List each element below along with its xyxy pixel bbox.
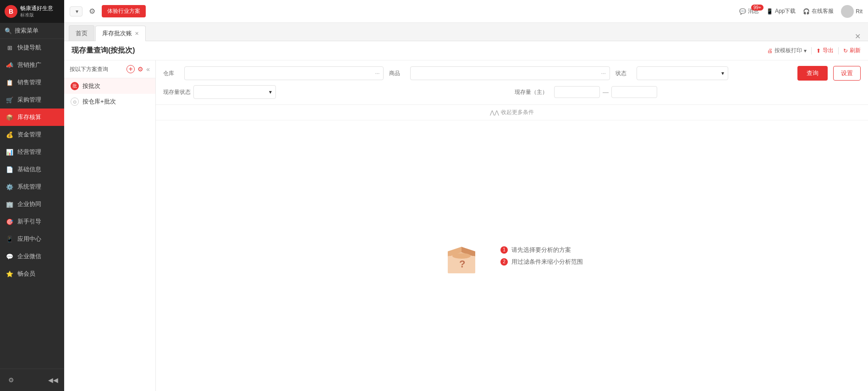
sidebar-collapse-button[interactable]: ◀◀ bbox=[47, 374, 60, 386]
product-label: 商品 bbox=[389, 70, 407, 77]
print-button[interactable]: 🖨 按模板打印 ▾ bbox=[767, 47, 807, 54]
member-icon: ⭐ bbox=[5, 270, 14, 278]
right-panel: 仓库 ··· 商品 ··· 状态 bbox=[156, 60, 868, 391]
inventory-amount-range: — bbox=[554, 86, 861, 98]
sidebar-settings-button[interactable]: ⚙ bbox=[5, 374, 17, 386]
divider bbox=[811, 47, 812, 54]
sidebar-item-inventory[interactable]: 📦 库存核算 bbox=[0, 109, 64, 126]
sidebar-item-purchase[interactable]: 🛒 采购管理 bbox=[0, 91, 64, 109]
sidebar-item-finance[interactable]: 💰 资金管理 bbox=[0, 126, 64, 143]
message-icon: 💬 bbox=[739, 8, 746, 15]
header-settings-button[interactable]: ⚙ bbox=[85, 5, 99, 18]
sidebar-item-guide[interactable]: 🎯 新手引导 bbox=[0, 213, 64, 230]
warehouse-label: 仓库 bbox=[163, 70, 181, 77]
plan-item-batch[interactable]: 批 按批次 bbox=[64, 78, 155, 94]
operations-icon: 📊 bbox=[5, 148, 14, 156]
app-download-action[interactable]: 📱 App下载 bbox=[766, 7, 796, 15]
tabs-bar: 首页 库存批次账 ✕ ✕ bbox=[64, 23, 868, 41]
sidebar-item-appstore[interactable]: 📱 应用中心 bbox=[0, 230, 64, 248]
inventory-icon: 📦 bbox=[5, 113, 14, 121]
message-action[interactable]: 💬 消息 99+ bbox=[739, 7, 759, 15]
enterprise-icon: 🏢 bbox=[5, 200, 14, 208]
nav-dropdown[interactable]: ▾ bbox=[70, 6, 82, 16]
query-button[interactable]: 查询 bbox=[797, 66, 828, 81]
page-header: 现存量查询(按批次) 🖨 按模板打印 ▾ ⬆ 导出 ↻ 刷新 bbox=[64, 41, 868, 60]
online-support-action[interactable]: 🎧 在线客服 bbox=[803, 7, 834, 15]
experience-button[interactable]: 体验行业方案 bbox=[102, 5, 146, 17]
user-profile[interactable]: Rit bbox=[841, 5, 863, 18]
refresh-button[interactable]: ↻ 刷新 bbox=[843, 47, 861, 54]
sidebar-item-basic[interactable]: 📄 基础信息 bbox=[0, 161, 64, 178]
inventory-amount-label: 现存量（主） bbox=[515, 88, 551, 96]
inventory-amount-filter: 现存量（主） — bbox=[515, 86, 861, 98]
sidebar-item-marketing[interactable]: 📣 营销推广 bbox=[0, 56, 64, 74]
filter-row-1: 仓库 ··· 商品 ··· 状态 bbox=[163, 66, 861, 81]
page-header-actions: 🖨 按模板打印 ▾ ⬆ 导出 ↻ 刷新 bbox=[767, 47, 861, 54]
sidebar-item-operations[interactable]: 📊 经营管理 bbox=[0, 143, 64, 161]
plan-item-warehouse-batch[interactable]: ⊙ 按仓库+批次 bbox=[64, 94, 155, 109]
status-filter: 状态 ▾ bbox=[615, 66, 792, 80]
collapse-up-icon: ⋀⋀ bbox=[490, 109, 499, 116]
app-download-label: App下载 bbox=[775, 7, 796, 15]
tab-inventory-batch[interactable]: 库存批次账 ✕ bbox=[95, 26, 146, 41]
export-button[interactable]: ⬆ 导出 bbox=[816, 47, 834, 54]
user-name: Rit bbox=[856, 8, 863, 15]
printer-icon: 🖨 bbox=[767, 48, 773, 54]
collapse-filter-button[interactable]: ⋀⋀ 收起更多条件 bbox=[156, 105, 868, 120]
sidebar-item-member[interactable]: ⭐ 畅会员 bbox=[0, 265, 64, 282]
tip-num-1: 1 bbox=[500, 246, 508, 254]
warehouse-more-icon: ··· bbox=[375, 70, 379, 76]
inventory-amount-min[interactable] bbox=[554, 86, 600, 98]
sidebar-item-label: 营销推广 bbox=[17, 61, 41, 69]
search-label: 搜索菜单 bbox=[15, 27, 38, 35]
product-input[interactable]: ··· bbox=[410, 66, 610, 80]
sidebar-item-label: 基础信息 bbox=[17, 165, 41, 174]
chevron-down-icon: ▾ bbox=[76, 8, 78, 15]
tab-home-label: 首页 bbox=[76, 29, 88, 38]
sidebar-nav: ⊞ 快捷导航 📣 营销推广 📋 销售管理 🛒 采购管理 📦 库存核算 💰 资金管… bbox=[0, 39, 64, 369]
filter-settings-button[interactable]: 设置 bbox=[833, 66, 861, 81]
purchase-icon: 🛒 bbox=[5, 96, 14, 104]
sidebar-item-label: 经营管理 bbox=[17, 148, 41, 156]
tip-num-2: 2 bbox=[500, 258, 508, 266]
sidebar-item-label: 库存核算 bbox=[17, 113, 41, 121]
sidebar-search[interactable]: 🔍 搜索菜单 bbox=[0, 23, 64, 39]
empty-state: ? 1 请先选择要分析的方案 2 用过滤条件来缩小分析范围 bbox=[156, 120, 868, 391]
collapse-panel-button[interactable]: « bbox=[146, 65, 150, 73]
tab-close-page-button[interactable]: ✕ bbox=[852, 32, 863, 41]
sidebar-item-system[interactable]: ⚙️ 系统管理 bbox=[0, 178, 64, 196]
tab-inventory-batch-label: 库存批次账 bbox=[102, 29, 132, 38]
settings-plan-button[interactable]: ⚙ bbox=[137, 65, 143, 73]
product-filter: 商品 ··· bbox=[389, 66, 610, 80]
empty-state-content: ? 1 请先选择要分析的方案 2 用过滤条件来缩小分析范围 bbox=[441, 233, 583, 279]
app-version: 标准版 bbox=[20, 12, 53, 18]
svg-text:?: ? bbox=[459, 258, 465, 270]
export-label: 导出 bbox=[823, 47, 834, 54]
sidebar-item-sales[interactable]: 📋 销售管理 bbox=[0, 74, 64, 91]
app-logo: B bbox=[5, 5, 17, 18]
breadcrumb-area: ▾ ⚙ 体验行业方案 bbox=[70, 5, 735, 18]
plan-icon-warehouse-batch: ⊙ bbox=[71, 98, 79, 106]
search-icon: 🔍 bbox=[5, 27, 12, 34]
sidebar-item-enterprise[interactable]: 🏢 企业协同 bbox=[0, 196, 64, 213]
phone-icon: 📱 bbox=[766, 8, 773, 15]
online-support-label: 在线客服 bbox=[812, 7, 834, 15]
sidebar-item-label: 企业微信 bbox=[17, 252, 41, 261]
marketing-icon: 📣 bbox=[5, 61, 14, 69]
add-plan-button[interactable]: + bbox=[126, 65, 135, 73]
sidebar-item-quick-nav[interactable]: ⊞ 快捷导航 bbox=[0, 39, 64, 56]
sidebar-item-wechat[interactable]: 💬 企业微信 bbox=[0, 248, 64, 265]
tab-close-button[interactable]: ✕ bbox=[135, 31, 139, 37]
tab-home[interactable]: 首页 bbox=[69, 25, 94, 41]
top-header: ▾ ⚙ 体验行业方案 💬 消息 99+ 📱 App下载 🎧 在线客服 Rit bbox=[64, 0, 868, 23]
inventory-status-select[interactable]: ▾ bbox=[193, 85, 276, 99]
empty-tip-2: 2 用过滤条件来缩小分析范围 bbox=[500, 258, 583, 266]
inventory-amount-max[interactable] bbox=[611, 86, 657, 98]
tip-text-1: 请先选择要分析的方案 bbox=[511, 246, 571, 254]
warehouse-input[interactable]: ··· bbox=[184, 66, 384, 80]
sidebar-item-label: 快捷导航 bbox=[17, 43, 41, 52]
status-select[interactable]: ▾ bbox=[637, 66, 728, 80]
left-panel-icons: + ⚙ « bbox=[126, 65, 150, 73]
sidebar-header: B 畅康通好生意 标准版 bbox=[0, 0, 64, 23]
content-area: 按以下方案查询 + ⚙ « 批 按批次 ⊙ 按仓库+批次 bbox=[64, 60, 868, 391]
